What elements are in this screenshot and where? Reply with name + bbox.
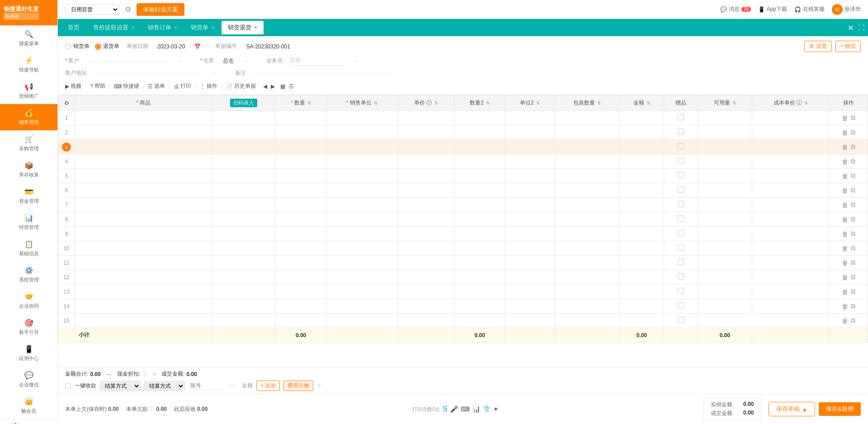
unit-price-cell[interactable] bbox=[397, 212, 455, 227]
unit2-cell[interactable] bbox=[505, 111, 555, 125]
unit2-cell[interactable] bbox=[505, 140, 555, 154]
goods-cell[interactable] bbox=[75, 125, 212, 140]
qty2-cell[interactable] bbox=[455, 183, 505, 198]
delete-icon[interactable]: 🗑 bbox=[842, 259, 848, 267]
gift-checkbox[interactable] bbox=[678, 230, 684, 236]
gift-cell[interactable] bbox=[664, 256, 698, 270]
gift-cell[interactable] bbox=[664, 241, 698, 256]
tab-sales-return-close[interactable]: × bbox=[254, 24, 257, 31]
gift-cell[interactable] bbox=[664, 212, 698, 227]
experience-button[interactable]: 体验行业方案 bbox=[137, 3, 184, 16]
fee-split-button[interactable]: 费用分摊 bbox=[283, 381, 313, 391]
app-download-area[interactable]: 📱 App下载 bbox=[758, 5, 787, 13]
address-dots[interactable]: ··· bbox=[212, 70, 217, 77]
goods-cell[interactable] bbox=[75, 314, 212, 328]
sidebar-item-capital[interactable]: 💳 资金管理 bbox=[0, 183, 57, 209]
sidebar-collapse-icon[interactable]: ◀ bbox=[41, 422, 47, 424]
gift-checkbox[interactable] bbox=[678, 302, 684, 309]
goods-cell[interactable] bbox=[75, 198, 212, 212]
amount-cell[interactable] bbox=[619, 299, 664, 314]
unit-price-cell[interactable] bbox=[397, 140, 455, 154]
unit2-cell[interactable] bbox=[505, 299, 555, 314]
amount-cell[interactable] bbox=[619, 212, 664, 227]
customer-dots[interactable]: ··· bbox=[177, 57, 182, 64]
unit2-cell[interactable] bbox=[505, 212, 555, 227]
sidebar-item-shortcut[interactable]: ⚡ 快捷导航 bbox=[0, 52, 57, 78]
copy-icon[interactable]: ⧉ bbox=[851, 157, 855, 165]
qty2-cell[interactable] bbox=[455, 227, 505, 241]
extra-icon[interactable]: ✦ bbox=[493, 405, 499, 413]
settings-button[interactable]: ⚙ 设置 bbox=[804, 41, 831, 52]
goods-cell[interactable] bbox=[75, 183, 212, 198]
copy-icon[interactable]: ⧉ bbox=[851, 244, 855, 252]
qty-cell[interactable] bbox=[275, 212, 326, 227]
copy-icon[interactable]: ⧉ bbox=[851, 143, 855, 151]
gift-cell[interactable] bbox=[664, 111, 698, 125]
copy-icon[interactable]: ⧉ bbox=[851, 230, 855, 238]
amount-cell[interactable] bbox=[619, 285, 664, 299]
unit2-cell[interactable] bbox=[505, 314, 555, 328]
goods-cell[interactable] bbox=[75, 140, 212, 154]
gift-cell[interactable] bbox=[664, 270, 698, 285]
copy-icon[interactable]: ⧉ bbox=[851, 129, 855, 136]
gift-checkbox[interactable] bbox=[678, 215, 684, 222]
tab-sales-close[interactable]: × bbox=[211, 24, 214, 31]
qty2-cell[interactable] bbox=[455, 285, 505, 299]
unit2-cell[interactable] bbox=[505, 183, 555, 198]
mic-icon[interactable]: 🎤 bbox=[450, 405, 458, 413]
qty-cell[interactable] bbox=[275, 183, 326, 198]
qty2-cell[interactable] bbox=[455, 299, 505, 314]
copy-icon[interactable]: ⧉ bbox=[851, 302, 855, 310]
sidebar-item-sales-mgmt[interactable]: 💰 销售管理 bbox=[0, 104, 57, 130]
address-input[interactable] bbox=[94, 72, 203, 74]
gift-checkbox[interactable] bbox=[678, 157, 684, 164]
tab-home[interactable]: 首页 bbox=[61, 21, 86, 34]
sales-unit-cell[interactable] bbox=[326, 198, 397, 212]
gift-checkbox[interactable] bbox=[678, 201, 684, 207]
pkg-qty-cell[interactable] bbox=[555, 241, 619, 256]
sales-unit-cell[interactable] bbox=[326, 140, 397, 154]
amount-cell[interactable] bbox=[619, 256, 664, 270]
qty2-cell[interactable] bbox=[455, 212, 505, 227]
unit2-cell[interactable] bbox=[505, 154, 555, 169]
sidebar-item-app[interactable]: 📱 应用中心 bbox=[0, 340, 57, 367]
delete-icon[interactable]: 🗑 bbox=[842, 129, 848, 136]
toolbar-help[interactable]: ? 帮助 bbox=[90, 82, 105, 90]
sales-unit-cell[interactable] bbox=[326, 270, 397, 285]
delete-icon[interactable]: 🗑 bbox=[842, 143, 848, 151]
amount-cell[interactable] bbox=[619, 169, 664, 183]
unit2-cell[interactable] bbox=[505, 241, 555, 256]
amount-cell[interactable] bbox=[619, 241, 664, 256]
amount-cell[interactable] bbox=[619, 154, 664, 169]
pkg-qty-cell[interactable] bbox=[555, 256, 619, 270]
online-service-area[interactable]: 🎧 在线客服 bbox=[794, 5, 825, 13]
qty2-cell[interactable] bbox=[455, 241, 505, 256]
toolbar-shortcut[interactable]: ⌨ 快捷键 bbox=[114, 82, 139, 90]
qty2-cell[interactable] bbox=[455, 169, 505, 183]
pkg-qty-cell[interactable] bbox=[555, 270, 619, 285]
gift-cell[interactable] bbox=[664, 140, 698, 154]
delete-icon[interactable]: 🗑 bbox=[842, 317, 848, 324]
amount-cell[interactable] bbox=[619, 125, 664, 140]
gift-cell[interactable] bbox=[664, 125, 698, 140]
sales-unit-cell[interactable] bbox=[326, 212, 397, 227]
qty-cell[interactable] bbox=[275, 285, 326, 299]
unit-price-cell[interactable] bbox=[397, 227, 455, 241]
save-new-button[interactable]: 保存&新增 bbox=[819, 402, 861, 416]
copy-icon[interactable]: ⧉ bbox=[851, 172, 855, 180]
amount-cell[interactable] bbox=[619, 314, 664, 328]
sidebar-item-purchase[interactable]: 🛒 采购管理 bbox=[0, 130, 57, 157]
settle-method-select[interactable]: 结算方式 bbox=[144, 381, 185, 391]
gift-checkbox[interactable] bbox=[678, 244, 684, 251]
pkg-qty-cell[interactable] bbox=[555, 198, 619, 212]
gift-checkbox[interactable] bbox=[678, 186, 684, 193]
delete-icon[interactable]: 🗑 bbox=[842, 172, 848, 180]
amount-cell[interactable] bbox=[619, 111, 664, 125]
delete-icon[interactable]: 🗑 bbox=[842, 288, 848, 295]
customer-input[interactable] bbox=[86, 60, 168, 62]
pkg-qty-cell[interactable] bbox=[555, 285, 619, 299]
radio-sales-item[interactable]: 销货单 bbox=[65, 43, 90, 50]
tab-price-setting[interactable]: 售价提取设置 × bbox=[87, 21, 141, 34]
amount-cell[interactable] bbox=[619, 140, 664, 154]
delete-icon[interactable]: 🗑 bbox=[842, 216, 848, 223]
